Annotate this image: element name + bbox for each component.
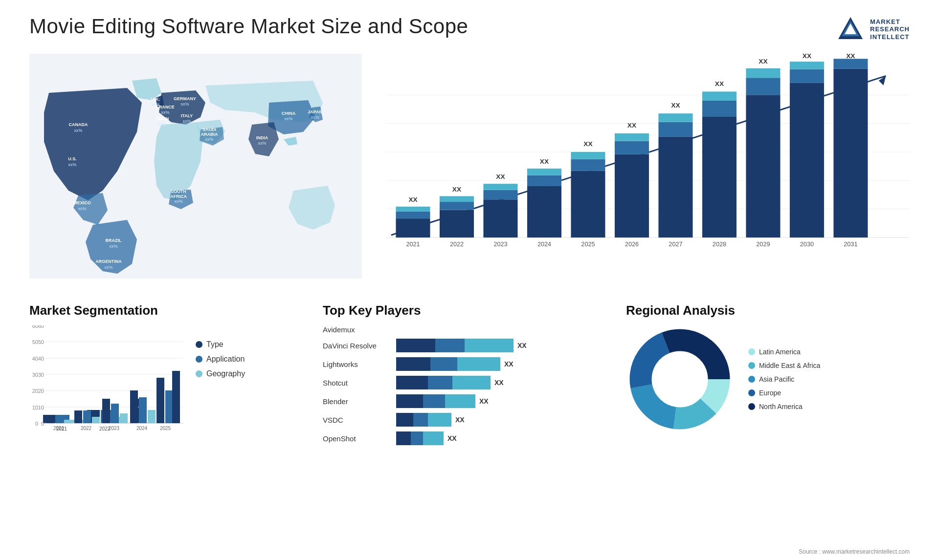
svg-text:40: 40 (38, 356, 44, 362)
svg-text:2024: 2024 (136, 426, 148, 431)
svg-text:2030: 2030 (800, 241, 814, 248)
svg-rect-149 (156, 378, 164, 423)
svg-rect-134 (55, 415, 63, 423)
svg-text:2031: 2031 (844, 241, 857, 248)
svg-text:2025: 2025 (160, 426, 171, 431)
player-xx-label: XX (517, 342, 527, 349)
player-bar-container: XX (396, 357, 606, 371)
svg-rect-89 (790, 83, 824, 237)
label-latin-america: Latin America (759, 348, 801, 356)
map-section: CANADA xx% U.S. xx% MEXICO xx% BRAZIL xx… (29, 54, 362, 288)
players-title: Top Key Players (323, 303, 606, 318)
svg-text:xx%: xx% (109, 244, 117, 249)
svg-point-158 (653, 352, 707, 406)
player-name: DaVinci Resolve (323, 342, 391, 350)
growth-chart: XX 2021 XX 2022 XX 2023 XX 2024 (386, 54, 910, 283)
player-xx-label: XX (447, 434, 457, 442)
bar-seg3 (465, 339, 514, 352)
svg-rect-139 (92, 417, 100, 423)
player-xx-label: XX (504, 360, 514, 368)
svg-text:SAUDI: SAUDI (202, 127, 216, 132)
players-list: Avidemux DaVinci Resolve XX (323, 325, 606, 445)
player-openshot: OpenShot XX (323, 431, 606, 445)
svg-rect-59 (527, 186, 561, 237)
svg-rect-44 (396, 218, 430, 237)
bar-seg1 (396, 339, 435, 352)
svg-text:XX: XX (452, 186, 461, 193)
svg-text:U.K.: U.K. (151, 97, 160, 102)
svg-text:XX: XX (627, 122, 636, 129)
svg-text:2022: 2022 (450, 241, 464, 248)
player-lightworks: Lightworks XX (323, 357, 606, 371)
svg-rect-133 (46, 415, 54, 423)
player-bar-container: XX (396, 339, 606, 352)
svg-rect-91 (790, 62, 824, 69)
svg-rect-61 (527, 169, 561, 175)
svg-text:2023: 2023 (493, 241, 507, 248)
svg-rect-80 (702, 101, 737, 117)
bar-seg1 (396, 413, 413, 427)
svg-text:2021: 2021 (406, 241, 420, 248)
svg-text:2025: 2025 (581, 241, 595, 248)
svg-text:50: 50 (38, 339, 44, 345)
dot-latin-america (748, 348, 755, 355)
svg-text:0: 0 (41, 421, 44, 427)
svg-rect-81 (702, 91, 737, 100)
seg-chart-v2: 0 10 20 30 40 50 60 (34, 325, 186, 433)
svg-text:xx%: xx% (68, 162, 76, 167)
label-europe: Europe (759, 389, 781, 397)
svg-text:xx%: xx% (284, 116, 292, 121)
svg-text:BRAZIL: BRAZIL (106, 238, 122, 243)
legend-geography: Geography (196, 369, 245, 378)
world-map: CANADA xx% U.S. xx% MEXICO xx% BRAZIL xx… (29, 54, 362, 279)
segmentation-title: Market Segmentation (29, 303, 303, 318)
svg-rect-71 (615, 133, 649, 141)
svg-rect-146 (139, 397, 147, 423)
svg-rect-66 (571, 152, 605, 159)
seg-chart-wrapper: 0 10 20 30 40 50 60 (29, 325, 303, 433)
legend-application: Application (196, 355, 245, 364)
dot-mea (748, 362, 755, 369)
legend-mea: Middle East & Africa (748, 362, 820, 369)
players-section: Top Key Players Avidemux DaVinci Resolve (323, 303, 606, 445)
logo-text: MARKET RESEARCH INTELLECT (870, 18, 910, 41)
legend-application-dot (196, 356, 202, 363)
svg-text:SPAIN: SPAIN (156, 116, 169, 121)
logo-icon (836, 15, 865, 44)
svg-rect-49 (440, 210, 474, 237)
svg-rect-65 (571, 159, 605, 171)
svg-rect-137 (74, 410, 82, 423)
legend-north-america: North America (748, 403, 820, 410)
legend-asia-pacific: Asia Pacific (748, 375, 820, 383)
svg-text:CHINA: CHINA (282, 111, 296, 116)
regional-title: Regional Analysis (626, 303, 910, 318)
player-bar-container: XX (396, 431, 606, 445)
svg-text:2023: 2023 (109, 426, 120, 431)
player-bar (396, 431, 444, 445)
svg-text:GERMANY: GERMANY (174, 96, 196, 101)
bar-seg3 (452, 376, 491, 389)
svg-text:xx%: xx% (182, 119, 191, 124)
player-bar (396, 339, 514, 352)
svg-rect-145 (130, 390, 138, 423)
svg-text:60: 60 (38, 325, 44, 329)
svg-text:XX: XX (671, 102, 680, 109)
svg-text:2029: 2029 (756, 241, 770, 248)
svg-text:FRANCE: FRANCE (156, 105, 175, 109)
player-bar-container: XX (396, 413, 606, 427)
label-asia-pacific: Asia Pacific (759, 375, 794, 383)
svg-rect-74 (658, 137, 693, 237)
svg-text:ITALY: ITALY (181, 113, 193, 118)
svg-rect-86 (746, 68, 780, 78)
svg-text:10: 10 (38, 405, 44, 410)
svg-text:XX: XX (715, 80, 724, 87)
svg-text:XX: XX (540, 158, 549, 165)
svg-text:xx%: xx% (78, 206, 86, 211)
player-davinci: DaVinci Resolve XX (323, 339, 606, 352)
bar-seg2 (423, 394, 445, 408)
svg-text:xx%: xx% (158, 122, 166, 127)
legend-type-dot (196, 341, 202, 348)
svg-text:XX: XX (803, 54, 811, 60)
svg-rect-54 (483, 199, 517, 237)
svg-rect-56 (483, 184, 517, 190)
